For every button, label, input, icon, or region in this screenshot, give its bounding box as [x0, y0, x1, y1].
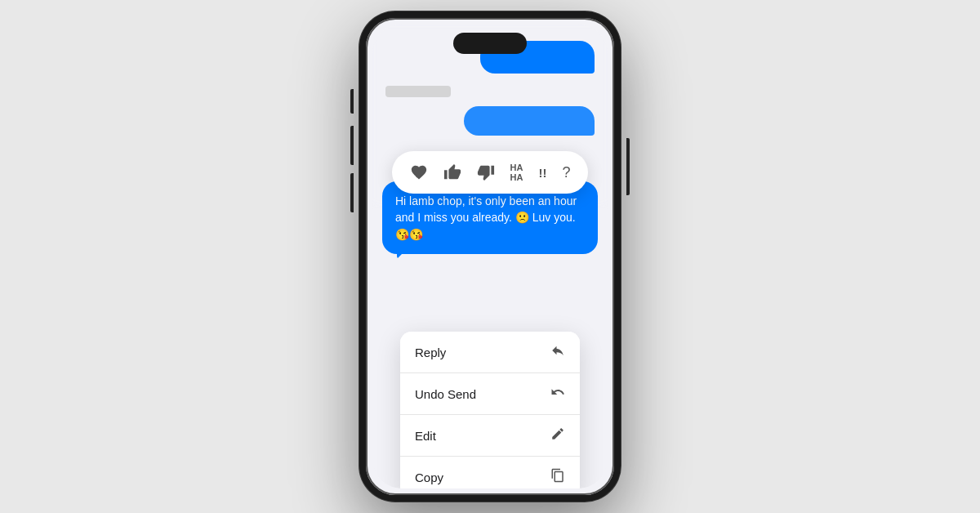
haha-reaction[interactable]: HAHA	[510, 163, 523, 182]
blurred-bubble-2	[464, 106, 595, 136]
heart-reaction[interactable]	[410, 163, 428, 181]
reaction-bar: HAHA !! ?	[392, 151, 588, 194]
reply-label: Reply	[415, 346, 446, 359]
reply-icon	[550, 343, 565, 361]
volume-down-button[interactable]	[350, 173, 354, 212]
undo-send-label: Undo Send	[415, 387, 476, 401]
volume-up-button[interactable]	[350, 126, 354, 165]
message-text: Hi lamb chop, it's only been an hour and…	[395, 194, 577, 241]
phone-mockup: HAHA !! ? Hi lamb chop, it's only been a…	[359, 11, 621, 502]
thumbs-down-reaction[interactable]	[477, 163, 495, 181]
context-menu: Reply Undo Send Edit	[400, 332, 580, 488]
edit-label: Edit	[415, 429, 436, 443]
edit-icon	[550, 426, 565, 444]
question-reaction[interactable]: ?	[562, 165, 570, 180]
edit-menu-item[interactable]: Edit	[400, 415, 580, 457]
dynamic-island	[453, 33, 527, 54]
copy-label: Copy	[415, 471, 443, 484]
power-button[interactable]	[626, 138, 630, 195]
exclaim-reaction[interactable]: !!	[538, 167, 546, 179]
copy-icon	[550, 468, 565, 486]
thumbs-up-reaction[interactable]	[443, 163, 461, 181]
undo-send-icon	[550, 385, 565, 403]
mute-button[interactable]	[350, 89, 354, 114]
reply-menu-item[interactable]: Reply	[400, 332, 580, 373]
blurred-timestamp	[385, 86, 451, 97]
copy-menu-item[interactable]: Copy	[400, 457, 580, 488]
phone-screen: HAHA !! ? Hi lamb chop, it's only been a…	[372, 25, 608, 488]
undo-send-menu-item[interactable]: Undo Send	[400, 373, 580, 415]
phone-frame: HAHA !! ? Hi lamb chop, it's only been a…	[359, 11, 621, 502]
